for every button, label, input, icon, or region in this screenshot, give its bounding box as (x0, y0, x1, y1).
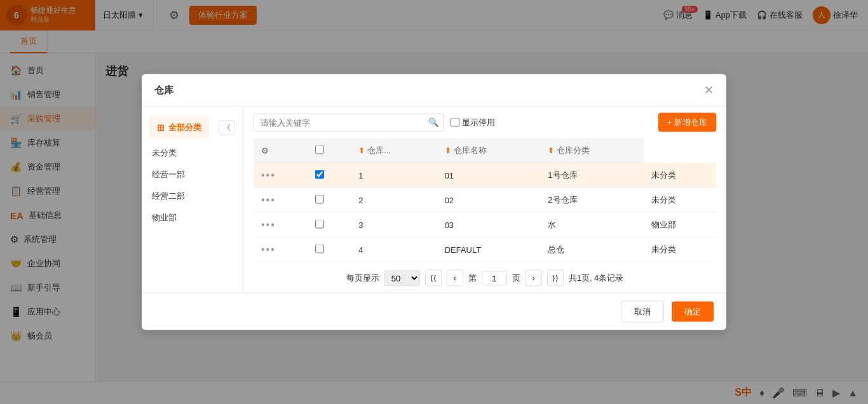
show-disabled-label[interactable]: 显示停用 (451, 117, 495, 128)
first-page-button[interactable]: ⟨⟨ (425, 270, 442, 286)
category-item-property[interactable]: 物业部 (142, 207, 243, 229)
row-name: 2号仓库 (540, 187, 644, 212)
modal-body: ⊞ 全部分类 《 未分类 经营一部 经营二部 物业部 (142, 107, 726, 293)
row-code: 02 (437, 187, 541, 212)
row-category: 未分类 (644, 237, 716, 262)
prev-page-button[interactable]: ‹ (447, 270, 463, 286)
category-item-unclassified[interactable]: 未分类 (142, 142, 243, 164)
row-more: ••• (254, 163, 308, 187)
row-name: 1号仓库 (540, 163, 644, 187)
select-all-checkbox[interactable] (315, 145, 324, 154)
sort-icon-name: ⬆ (445, 146, 451, 155)
category-panel: ⊞ 全部分类 《 未分类 经营一部 经营二部 物业部 (142, 107, 243, 293)
row-code: DEFAULT (437, 237, 541, 262)
table-panel: 🔍 显示停用 + 新增仓库 ⚙ ⬆ 仓库... (243, 107, 726, 293)
row-name: 总仓 (540, 237, 644, 262)
category-item-dept2[interactable]: 经营二部 (142, 185, 243, 207)
confirm-button[interactable]: 确定 (672, 302, 714, 322)
per-page-select[interactable]: 50 20 100 (384, 270, 420, 286)
modal-title: 仓库 (154, 84, 173, 96)
modal-header: 仓库 ✕ (142, 74, 726, 107)
th-category: ⬆ 仓库分类 (540, 138, 644, 163)
add-warehouse-button[interactable]: + 新增仓库 (658, 113, 716, 132)
search-button[interactable]: 🔍 (428, 118, 439, 127)
category-all-icon: ⊞ (157, 123, 165, 133)
pagination: 每页显示 50 20 100 ⟨⟨ ‹ 第 页 › ⟩⟩ 共1页, 4条记录 (254, 270, 716, 286)
next-page-button[interactable]: › (526, 270, 542, 286)
row-checkbox[interactable] (308, 187, 351, 212)
row-name: 水 (540, 212, 644, 237)
warehouse-table: ⚙ ⬆ 仓库... ⬆ 仓库名称 (254, 138, 716, 262)
row-index: 4 (351, 237, 437, 262)
table-row[interactable]: ••• 1 01 1号仓库 未分类 (254, 163, 716, 187)
th-checkbox (308, 138, 351, 163)
category-all[interactable]: ⊞ 全部分类 (149, 117, 209, 138)
row-more: ••• (254, 187, 308, 212)
row-more: ••• (254, 212, 308, 237)
sort-icon-cat: ⬆ (548, 146, 554, 155)
row-category: 未分类 (644, 163, 716, 187)
search-input[interactable] (254, 113, 444, 131)
sort-icon-code: ⬆ (358, 146, 365, 155)
table-row[interactable]: ••• 3 03 水 物业部 (254, 212, 716, 237)
search-input-wrap: 🔍 (254, 113, 444, 131)
row-index: 2 (351, 187, 437, 212)
modal-footer: 取消 确定 (142, 293, 726, 330)
settings-icon: ⚙ (261, 145, 269, 155)
row-code: 03 (437, 212, 541, 237)
table-row[interactable]: ••• 2 02 2号仓库 未分类 (254, 187, 716, 212)
per-page-label: 每页显示 (346, 273, 379, 284)
page-input[interactable] (482, 271, 507, 285)
row-checkbox[interactable] (308, 163, 351, 187)
category-all-label: 全部分类 (168, 122, 201, 133)
row-checkbox[interactable] (308, 237, 351, 262)
table-header-row: ⚙ ⬆ 仓库... ⬆ 仓库名称 (254, 138, 716, 163)
th-code: ⬆ 仓库... (351, 138, 437, 163)
total-label: 共1页, 4条记录 (569, 273, 624, 284)
row-category: 物业部 (644, 212, 716, 237)
row-index: 1 (351, 163, 437, 187)
category-panel-header: ⊞ 全部分类 《 (142, 113, 243, 142)
row-category: 未分类 (644, 187, 716, 212)
th-name: ⬆ 仓库名称 (437, 138, 541, 163)
warehouse-modal: 仓库 ✕ ⊞ 全部分类 《 未分类 经营一部 经营二部 物业部 (142, 74, 726, 330)
th-settings: ⚙ (254, 138, 308, 163)
show-disabled-checkbox[interactable] (451, 118, 459, 127)
modal-close-button[interactable]: ✕ (704, 83, 714, 97)
collapse-button[interactable]: 《 (219, 120, 235, 135)
row-more: ••• (254, 237, 308, 262)
row-checkbox[interactable] (308, 212, 351, 237)
cancel-button[interactable]: 取消 (621, 301, 664, 323)
page-suffix: 页 (512, 273, 520, 284)
page-label: 第 (468, 273, 477, 284)
category-item-dept1[interactable]: 经营一部 (142, 164, 243, 185)
last-page-button[interactable]: ⟩⟩ (547, 270, 564, 286)
row-index: 3 (351, 212, 437, 237)
row-code: 01 (437, 163, 541, 187)
table-row[interactable]: ••• 4 DEFAULT 总仓 未分类 (254, 237, 716, 262)
table-toolbar: 🔍 显示停用 + 新增仓库 (254, 113, 716, 132)
